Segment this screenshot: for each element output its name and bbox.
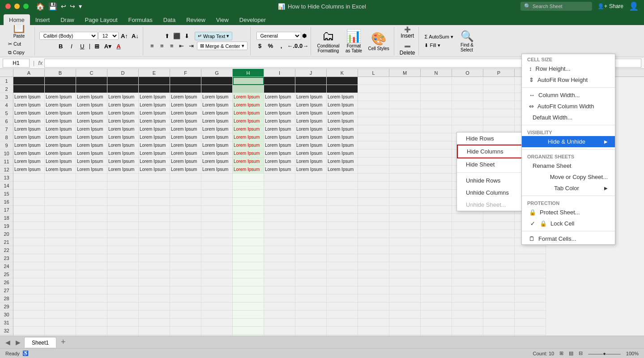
cell-e31[interactable]	[139, 319, 170, 327]
cell-d18[interactable]	[107, 214, 139, 222]
row-23[interactable]: 23	[0, 254, 13, 262]
cell-p22[interactable]	[483, 246, 515, 254]
zoom-slider[interactable]: ―――●―――	[588, 351, 621, 356]
cell-f21[interactable]	[170, 238, 201, 246]
align-center-button[interactable]: ≡	[158, 42, 166, 50]
cell-i10[interactable]: Lorem Ipsum	[264, 149, 295, 158]
cell-f23[interactable]	[170, 254, 201, 262]
cell-l5[interactable]	[358, 109, 389, 117]
cell-d10[interactable]: Lorem Ipsum	[107, 149, 139, 158]
cell-n21[interactable]	[421, 238, 452, 246]
row-5[interactable]: 5	[0, 109, 13, 117]
cell-c12[interactable]: Lorem Ipsum	[76, 166, 107, 174]
cell-m7[interactable]	[389, 125, 421, 133]
cell-p27[interactable]	[483, 286, 515, 294]
comma2-button[interactable]: ,	[277, 41, 286, 50]
cell-k17[interactable]	[327, 206, 358, 214]
cell-c32[interactable]	[76, 327, 107, 335]
cell-a18[interactable]	[13, 214, 45, 222]
cell-d8[interactable]: Lorem Ipsum	[107, 133, 139, 141]
cell-a5[interactable]: Lorem Ipsum	[13, 109, 45, 117]
cell-h17[interactable]	[233, 206, 264, 214]
cell-f26[interactable]	[170, 278, 201, 286]
align-right-button[interactable]: ≡	[167, 42, 176, 50]
cell-p21[interactable]	[483, 238, 515, 246]
cell-g28[interactable]	[201, 294, 233, 303]
cell-a1[interactable]	[13, 77, 45, 85]
cell-d14[interactable]	[107, 182, 139, 190]
cell-a3[interactable]: Lorem Ipsum	[13, 93, 45, 101]
cell-q29[interactable]	[515, 303, 546, 311]
cell-b28[interactable]	[45, 294, 76, 303]
cell-h11[interactable]: Lorem Ipsum	[233, 158, 264, 166]
cell-e10[interactable]: Lorem Ipsum	[139, 149, 170, 158]
cell-f22[interactable]	[170, 246, 201, 254]
cell-l31[interactable]	[358, 319, 389, 327]
cell-i11[interactable]: Lorem Ipsum	[264, 158, 295, 166]
cell-j19[interactable]	[295, 222, 327, 230]
cell-j16[interactable]	[295, 198, 327, 206]
cell-i13[interactable]	[264, 174, 295, 182]
cell-k27[interactable]	[327, 286, 358, 294]
cell-b31[interactable]	[45, 319, 76, 327]
cell-q25[interactable]	[515, 270, 546, 278]
col-header-m[interactable]: M	[389, 69, 421, 77]
cell-e18[interactable]	[139, 214, 170, 222]
cell-h5[interactable]: Lorem Ipsum	[233, 109, 264, 117]
cell-c9[interactable]: Lorem Ipsum	[76, 141, 107, 149]
row-4[interactable]: 4	[0, 101, 13, 109]
cell-b16[interactable]	[45, 198, 76, 206]
cell-i4[interactable]: Lorem Ipsum	[264, 101, 295, 109]
cell-n2[interactable]	[421, 85, 452, 93]
cell-a13[interactable]	[13, 174, 45, 182]
lock-cell-item[interactable]: ✓ 🔒 Lock Cell	[522, 218, 615, 229]
cell-c1[interactable]	[76, 77, 107, 85]
add-sheet-button[interactable]: +	[58, 337, 68, 347]
cell-j9[interactable]: Lorem Ipsum	[295, 141, 327, 149]
cell-c25[interactable]	[76, 270, 107, 278]
cell-l26[interactable]	[358, 278, 389, 286]
cell-i19[interactable]	[264, 222, 295, 230]
sheet1-tab[interactable]: Sheet1	[24, 337, 56, 348]
cell-g32[interactable]	[201, 327, 233, 335]
cell-p23[interactable]	[483, 254, 515, 262]
cell-d2[interactable]	[107, 85, 139, 93]
cell-p4[interactable]	[483, 101, 515, 109]
cell-o23[interactable]	[452, 254, 483, 262]
cell-o20[interactable]	[452, 230, 483, 238]
redo-icon[interactable]: ↪	[70, 3, 75, 10]
cell-i24[interactable]	[264, 262, 295, 270]
cell-n25[interactable]	[421, 270, 452, 278]
cell-k29[interactable]	[327, 303, 358, 311]
cell-h12[interactable]: Lorem Ipsum	[233, 166, 264, 174]
cell-o21[interactable]	[452, 238, 483, 246]
cell-g4[interactable]: Lorem Ipsum	[201, 101, 233, 109]
cell-j30[interactable]	[295, 311, 327, 319]
find-group[interactable]: 🔍 Find &Select	[459, 27, 476, 55]
cell-k24[interactable]	[327, 262, 358, 270]
cell-e14[interactable]	[139, 182, 170, 190]
cell-o28[interactable]	[452, 294, 483, 303]
undo-icon[interactable]: ↩	[61, 3, 66, 10]
cell-a10[interactable]: Lorem Ipsum	[13, 149, 45, 158]
cell-j8[interactable]: Lorem Ipsum	[295, 133, 327, 141]
cell-g1[interactable]	[201, 77, 233, 85]
cell-b7[interactable]: Lorem Ipsum	[45, 125, 76, 133]
row-22[interactable]: 22	[0, 246, 13, 254]
cell-o25[interactable]	[452, 270, 483, 278]
fill-button[interactable]: ⬇ Fill ▾	[422, 42, 455, 49]
cell-d7[interactable]: Lorem Ipsum	[107, 125, 139, 133]
cell-e23[interactable]	[139, 254, 170, 262]
cell-m32[interactable]	[389, 327, 421, 335]
cell-m21[interactable]	[389, 238, 421, 246]
cell-i28[interactable]	[264, 294, 295, 303]
cell-i29[interactable]	[264, 303, 295, 311]
cut-button[interactable]: ✂ Cut	[6, 40, 32, 48]
cell-h29[interactable]	[233, 303, 264, 311]
cell-a19[interactable]	[13, 222, 45, 230]
cell-m30[interactable]	[389, 311, 421, 319]
cell-b3[interactable]: Lorem Ipsum	[45, 93, 76, 101]
cell-e29[interactable]	[139, 303, 170, 311]
cell-m6[interactable]	[389, 117, 421, 125]
cell-b11[interactable]: Lorem Ipsum	[45, 158, 76, 166]
